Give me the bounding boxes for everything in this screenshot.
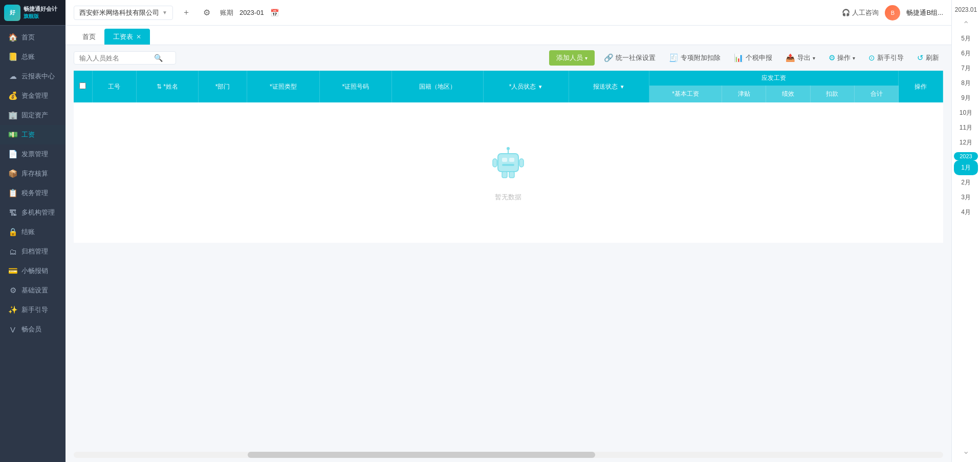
settings-company-button[interactable]: ⚙ <box>200 6 214 20</box>
special-deduction-label: 专项附加扣除 <box>681 53 721 62</box>
personal-tax-button[interactable]: 📊 个税申报 <box>730 51 776 65</box>
guide-btn-label: 新手引导 <box>877 53 904 62</box>
scroll-down-button[interactable]: ⌄ <box>961 444 971 458</box>
svg-rect-3 <box>502 164 514 166</box>
sidebar-item-ledger[interactable]: 📒 总账 <box>0 47 66 67</box>
tab-close-icon[interactable]: ✕ <box>136 33 141 40</box>
sidebar-item-capital[interactable]: 💰 资金管理 <box>0 86 66 106</box>
social-icon: 🔗 <box>604 53 614 62</box>
refresh-button[interactable]: ↺ 刷新 <box>913 51 943 65</box>
th-salary-group: 应发工资 <box>649 71 899 86</box>
service-button[interactable]: 🎧 人工咨询 <box>842 8 879 17</box>
sidebar-item-invoice[interactable]: 📄 发票管理 <box>0 144 66 164</box>
select-all-checkbox[interactable] <box>79 82 86 89</box>
settings-icon: ⚙ <box>8 286 17 295</box>
sidebar-label-multiorg: 多机构管理 <box>21 208 55 217</box>
add-person-button[interactable]: 添加人员 ▾ <box>549 50 595 66</box>
expense-icon: 💳 <box>8 266 17 276</box>
sidebar-item-member[interactable]: V 畅会员 <box>0 320 66 339</box>
user-name: 畅捷通B组... <box>906 8 943 17</box>
add-company-button[interactable]: ＋ <box>179 6 193 20</box>
tax-icon: 📋 <box>8 188 17 198</box>
export-button[interactable]: 📤 导出 ▾ <box>781 51 819 65</box>
special-deduction-button[interactable]: 🧾 专项附加扣除 <box>665 51 725 65</box>
table-body: 暂无数据 <box>74 102 943 243</box>
dropdown-arrow-icon: ▾ <box>585 55 587 61</box>
year-tag-2023: 2023 <box>954 152 978 160</box>
month-item-1[interactable]: 1月 <box>954 160 978 175</box>
home-icon: 🏠 <box>8 33 17 42</box>
tab-payroll[interactable]: 工资表 ✕ <box>104 29 150 45</box>
sidebar: 好 畅捷通好会计 旗舰版 🏠 首页 📒 总账 ☁ 云报表中心 💰 资金管理 🏢 … <box>0 0 66 462</box>
th-total: 合计 <box>855 86 899 102</box>
sidebar-item-expense[interactable]: 💳 小畅报销 <box>0 261 66 281</box>
social-security-button[interactable]: 🔗 统一社保设置 <box>600 51 660 65</box>
th-performance: 绩效 <box>766 86 810 102</box>
company-selector[interactable]: 西安虾米网络科技有限公司 ▼ <box>74 6 173 20</box>
horizontal-scrollbar[interactable] <box>74 452 943 458</box>
month-item-3[interactable]: 3月 <box>952 190 980 205</box>
th-department: *部门 <box>198 71 247 102</box>
month-item-4[interactable]: 4月 <box>952 205 980 220</box>
operation-button[interactable]: ⚙ 操作 ▾ <box>824 51 859 65</box>
main-area: 西安虾米网络科技有限公司 ▼ ＋ ⚙ 账期 2023-01 📅 🎧 人工咨询 B… <box>66 0 951 462</box>
tab-home[interactable]: 首页 <box>74 29 104 45</box>
month-item-9[interactable]: 9月 <box>952 91 980 106</box>
month-item-8[interactable]: 8月 <box>952 76 980 91</box>
sidebar-item-payroll[interactable]: 💵 工资 <box>0 125 66 144</box>
search-wrap: 🔍 <box>74 51 176 65</box>
assets-icon: 🏢 <box>8 111 17 120</box>
month-item-7[interactable]: 7月 <box>952 61 980 76</box>
operation-icon: ⚙ <box>829 53 835 62</box>
svg-rect-0 <box>498 154 518 172</box>
content-area: 🔍 添加人员 ▾ 🔗 统一社保设置 🧾 专项附加扣除 📊 个税申报 📤 导出 <box>66 45 951 462</box>
ledger-icon: 📒 <box>8 52 17 61</box>
sidebar-item-settings[interactable]: ⚙ 基础设置 <box>0 281 66 300</box>
sidebar-label-settings: 基础设置 <box>21 286 48 295</box>
calendar-icon[interactable]: 📅 <box>270 9 279 17</box>
sidebar-item-home[interactable]: 🏠 首页 <box>0 28 66 47</box>
capital-icon: 💰 <box>8 91 17 100</box>
app-version: 旗舰版 <box>24 13 57 20</box>
th-base-salary: *基本工资 <box>649 86 722 102</box>
member-icon: V <box>8 325 17 334</box>
period-label: 账期 <box>220 8 233 17</box>
sidebar-item-archive[interactable]: 🗂 归档管理 <box>0 242 66 261</box>
th-allowance: 津贴 <box>722 86 766 102</box>
sidebar-item-multiorg[interactable]: 🏗 多机构管理 <box>0 203 66 222</box>
month-item-10[interactable]: 10月 <box>952 106 980 120</box>
headset-icon: 🎧 <box>842 9 850 16</box>
refresh-label: 刷新 <box>926 53 939 62</box>
search-input[interactable] <box>79 54 151 62</box>
month-item-11[interactable]: 11月 <box>952 120 980 135</box>
month-item-2[interactable]: 2月 <box>952 175 980 190</box>
multiorg-icon: 🏗 <box>8 208 17 217</box>
svg-rect-6 <box>493 159 497 167</box>
guide-button[interactable]: ⊙ 新手引导 <box>864 51 908 65</box>
sidebar-item-report[interactable]: ☁ 云报表中心 <box>0 67 66 86</box>
search-icon: 🔍 <box>154 54 163 62</box>
archive-icon: 🗂 <box>8 247 17 256</box>
company-name: 西安虾米网络科技有限公司 <box>79 8 159 17</box>
sidebar-label-ledger: 总账 <box>21 52 35 61</box>
personal-tax-label: 个税申报 <box>746 53 772 62</box>
sidebar-item-assets[interactable]: 🏢 固定资产 <box>0 106 66 125</box>
month-item-6[interactable]: 6月 <box>952 46 980 61</box>
sidebar-label-payroll: 工资 <box>21 130 35 139</box>
social-security-label: 统一社保设置 <box>616 53 656 62</box>
scroll-up-button[interactable]: ⌃ <box>961 17 971 31</box>
month-item-12[interactable]: 12月 <box>952 135 980 150</box>
top-header: 西安虾米网络科技有限公司 ▼ ＋ ⚙ 账期 2023-01 📅 🎧 人工咨询 B… <box>66 0 951 26</box>
refresh-icon: ↺ <box>917 53 924 62</box>
export-label: 导出 <box>797 53 811 62</box>
sidebar-item-tax[interactable]: 📋 税务管理 <box>0 183 66 203</box>
sidebar-item-close[interactable]: 🔒 结账 <box>0 222 66 242</box>
payroll-icon: 💵 <box>8 130 17 139</box>
svg-point-5 <box>507 147 510 150</box>
current-period-label: 2023.01 <box>953 4 979 15</box>
sidebar-item-guide[interactable]: ✨ 新手引导 <box>0 300 66 320</box>
svg-rect-9 <box>509 172 514 178</box>
th-id-number: *证照号码 <box>319 71 391 102</box>
sidebar-item-inventory[interactable]: 📦 库存核算 <box>0 164 66 183</box>
month-item-5[interactable]: 5月 <box>952 31 980 46</box>
